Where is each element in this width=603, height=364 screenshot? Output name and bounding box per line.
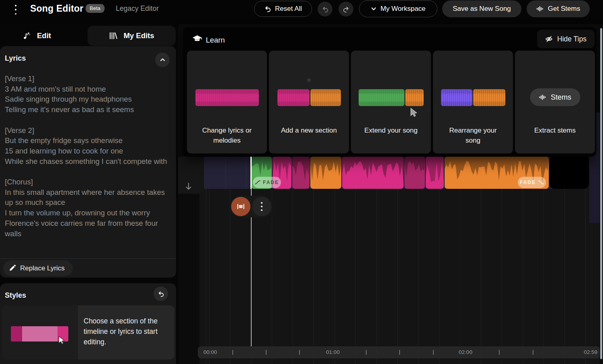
fade-badge[interactable]: FADE bbox=[253, 177, 281, 188]
timeline-segment[interactable] bbox=[292, 157, 310, 189]
playhead[interactable] bbox=[250, 157, 252, 189]
chevron-down-icon bbox=[371, 6, 377, 12]
ruler-time-label: 02:59 bbox=[584, 349, 597, 355]
section-menu-kebab-button[interactable] bbox=[252, 197, 271, 216]
ruler-tick bbox=[232, 350, 233, 355]
learn-card[interactable]: Rearrange your song bbox=[433, 51, 513, 153]
styles-reset-button[interactable] bbox=[154, 286, 168, 301]
waveform-thumbnail bbox=[187, 89, 267, 106]
song-editor-app: Song Editor Beta Legacy Editor Reset All… bbox=[0, 0, 603, 364]
timeline-segment[interactable] bbox=[310, 157, 341, 189]
styles-tip-text: Choose a section of the timeline or lyri… bbox=[78, 305, 174, 360]
ruler-tick bbox=[433, 350, 434, 355]
ruler-tick bbox=[399, 350, 400, 355]
learn-card[interactable]: Change lyrics or melodies bbox=[187, 51, 267, 153]
fade-curve-icon bbox=[255, 180, 260, 185]
learn-card-label: Extend your song bbox=[351, 125, 431, 135]
learn-card-label: Change lyrics or melodies bbox=[187, 125, 267, 145]
stems-icon bbox=[536, 5, 544, 13]
ruler-time-label: 00:00 bbox=[203, 349, 217, 355]
tab-edit-label: Edit bbox=[37, 31, 51, 40]
tab-my-edits[interactable]: My Edits bbox=[88, 26, 176, 46]
lyrics-collapse-button[interactable] bbox=[155, 53, 170, 67]
replace-lyrics-button[interactable]: Replace Lyrics bbox=[3, 260, 73, 276]
app-menu-kebab-icon[interactable] bbox=[14, 5, 18, 14]
undo-icon bbox=[158, 290, 164, 297]
drag-dot bbox=[307, 78, 311, 82]
ruler-tick bbox=[499, 350, 500, 355]
timeline-segment[interactable] bbox=[404, 157, 425, 189]
learn-card[interactable]: Extend your song bbox=[351, 51, 431, 153]
music-note-sparkle-icon bbox=[22, 31, 31, 40]
chevron-up-icon bbox=[160, 57, 166, 63]
beta-badge: Beta bbox=[86, 4, 105, 13]
time-ruler[interactable]: 00:0001:0002:0002:59 bbox=[198, 346, 600, 358]
reset-all-button[interactable]: Reset All bbox=[254, 1, 312, 17]
eye-off-icon bbox=[545, 35, 553, 43]
waveform-thumbnail bbox=[269, 89, 349, 106]
save-as-new-song-button[interactable]: Save as New Song bbox=[442, 0, 521, 17]
track-end-cap bbox=[550, 155, 589, 189]
pencil-icon bbox=[9, 265, 16, 272]
get-stems-button[interactable]: Get Stems bbox=[527, 0, 590, 17]
waveform-thumbnail bbox=[433, 89, 513, 106]
timeline-segment[interactable] bbox=[426, 157, 444, 189]
tab-my-edits-label: My Edits bbox=[123, 31, 154, 40]
page-title: Song Editor bbox=[30, 3, 84, 14]
legacy-editor-link[interactable]: Legacy Editor bbox=[116, 4, 159, 13]
section-controls bbox=[230, 196, 273, 217]
stems-pill-button[interactable]: Stems bbox=[530, 88, 580, 106]
divider bbox=[0, 258, 176, 259]
redo-icon bbox=[343, 6, 350, 13]
workspace-dropdown[interactable]: My Workspace bbox=[359, 0, 437, 17]
tab-edit[interactable]: Edit bbox=[22, 28, 51, 43]
styles-tip-card: Choose a section of the timeline or lyri… bbox=[2, 305, 174, 360]
undo-icon bbox=[264, 5, 271, 12]
learn-title: Learn bbox=[206, 36, 225, 45]
library-icon bbox=[109, 32, 118, 40]
ruler-tick bbox=[299, 350, 300, 355]
ruler-time-label: 01:00 bbox=[326, 349, 340, 355]
fade-curve-icon bbox=[538, 180, 544, 185]
styles-tip-thumbnail bbox=[2, 305, 78, 360]
lyrics-title: Lyrics bbox=[5, 54, 26, 63]
lyrics-panel: Lyrics [Verse 1] 3 AM and mom's still no… bbox=[0, 46, 176, 278]
learn-card-label: Add a new section bbox=[269, 125, 349, 135]
down-arrow-icon[interactable] bbox=[185, 182, 193, 193]
learn-panel: Learn Hide Tips Change lyrics or melodie… bbox=[183, 27, 596, 157]
redo-button[interactable] bbox=[338, 2, 353, 16]
section-marker-button[interactable] bbox=[231, 197, 250, 216]
waveform-thumbnail bbox=[351, 89, 431, 106]
ruler-time-label: 02:00 bbox=[459, 349, 472, 355]
ruler-tick bbox=[366, 350, 367, 355]
stems-icon bbox=[539, 93, 547, 101]
fade-badge[interactable]: FADE bbox=[518, 177, 546, 188]
learn-card[interactable]: StemsExtract stems bbox=[515, 51, 595, 153]
cursor-pointer-icon bbox=[57, 336, 66, 346]
vertical-scrollbar[interactable] bbox=[600, 28, 602, 359]
timeline-segment[interactable] bbox=[342, 157, 404, 189]
track-header bbox=[178, 157, 204, 194]
top-bar: Song Editor Beta Legacy Editor Reset All… bbox=[0, 0, 603, 24]
hide-tips-button[interactable]: Hide Tips bbox=[537, 30, 595, 48]
styles-title: Styles bbox=[5, 291, 26, 300]
cursor-pointer-icon bbox=[410, 108, 418, 119]
learn-card-label: Rearrange your song bbox=[433, 125, 513, 145]
section-icon bbox=[236, 202, 245, 211]
lyrics-text[interactable]: [Verse 1] 3 AM and mom's still not home … bbox=[5, 74, 169, 239]
undo-button[interactable] bbox=[318, 2, 332, 16]
ruler-tick bbox=[533, 350, 533, 355]
undo-icon bbox=[322, 6, 329, 13]
ruler-tick bbox=[266, 350, 267, 355]
styles-panel: Styles Choose a section of the timeline … bbox=[0, 283, 176, 364]
learn-card-label: Extract stems bbox=[515, 125, 595, 135]
learn-card[interactable]: Add a new section bbox=[269, 51, 349, 153]
graduation-cap-icon bbox=[192, 34, 203, 44]
